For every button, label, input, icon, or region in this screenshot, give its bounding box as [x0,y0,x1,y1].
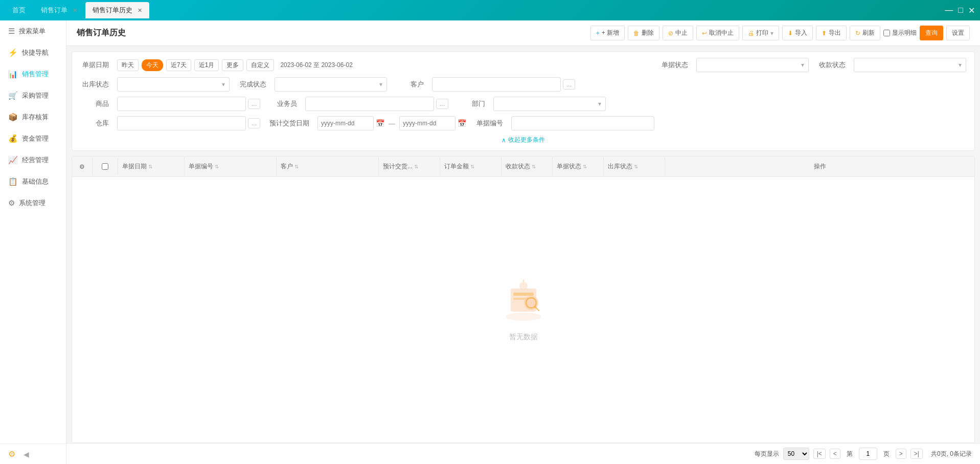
warehouse-ellipsis-btn[interactable]: ... [248,118,260,128]
date-btn-1month[interactable]: 近1月 [194,59,219,71]
empty-text: 暂无数据 [509,333,538,342]
complete-status-select[interactable]: ▾ [275,77,387,92]
th-action: 操作 [665,157,974,176]
next-page-btn[interactable]: > [896,449,906,459]
sort-customer-icon: ⇅ [294,164,299,169]
sidebar-item-basic-info[interactable]: 📋 基础信息 [0,171,66,192]
tab-sales-order-history[interactable]: 销售订单历史 ✕ [85,2,149,18]
order-status-arrow: ▾ [801,61,804,69]
sidebar-item-finance[interactable]: 💰 资金管理 [0,128,66,149]
order-no-input[interactable] [511,116,654,130]
salesperson-input[interactable] [305,97,434,111]
sidebar-item-quick-nav[interactable]: ⚡ 快捷导航 [0,42,66,63]
delivery-to-input[interactable] [399,116,455,130]
date-btn-custom[interactable]: 自定义 [246,59,274,71]
sidebar-item-inventory[interactable]: 📦 库存核算 [0,106,66,128]
print-button[interactable]: 🖨 打印 ▾ [742,26,779,40]
date-btn-7days[interactable]: 近7天 [166,59,191,71]
complete-status-arrow: ▾ [379,81,382,88]
delivery-to-calendar-icon[interactable]: 📅 [458,119,466,127]
th-delivery[interactable]: 预计交货... ⇅ [379,157,440,176]
customer-ellipsis-btn[interactable]: ... [563,79,575,90]
ship-status-label: 出库状态 [80,80,109,89]
close-tab-history[interactable]: ✕ [138,7,142,14]
new-icon: + [596,30,600,37]
delivery-from-input[interactable] [317,116,374,130]
new-button[interactable]: + + 新增 [590,26,625,40]
display-details-input[interactable] [883,30,890,36]
th-ship-status[interactable]: 出库状态 ⇅ [604,157,665,176]
goods-filter-label: 商品 [80,99,109,108]
th-no[interactable]: 单据编号 ⇅ [185,157,277,176]
per-page-select[interactable]: 50 100 200 [783,448,809,460]
maximize-icon[interactable]: □ [958,6,963,15]
goods-ellipsis-btn[interactable]: ... [248,99,260,109]
purchase-icon: 🛒 [8,91,18,100]
delete-button[interactable]: 🗑 删除 [628,26,659,40]
operations-icon: 📈 [8,156,18,165]
close-tab-sales-order[interactable]: ✕ [73,7,77,14]
sort-pay-icon: ⇅ [532,164,536,169]
sidebar-item-purchase[interactable]: 🛒 采购管理 [0,85,66,106]
th-date[interactable]: 单据日期 ⇅ [118,157,185,176]
th-customer[interactable]: 客户 ⇅ [277,157,379,176]
settings-icon[interactable]: ⚙ [8,449,15,459]
first-page-btn[interactable]: |< [813,449,826,459]
collapse-filter-btn[interactable]: ∧ 收起更多条件 [80,136,966,144]
tab-sales-order[interactable]: 销售订单 ✕ [34,2,84,18]
content-area: 销售订单历史 + + 新增 🗑 删除 ⊘ 中止 ↩ 取消中止 [66,20,980,464]
print-arrow-icon: ▾ [770,30,773,37]
stop-icon: ⊘ [668,30,673,37]
goods-input[interactable] [117,97,246,111]
collapse-sidebar-icon[interactable]: ◀ [24,450,29,458]
salesperson-ellipsis-btn[interactable]: ... [436,99,448,109]
th-order-status[interactable]: 单据状态 ⇅ [553,157,604,176]
date-btn-today[interactable]: 今天 [142,59,163,71]
th-amount[interactable]: 订单金额 ⇅ [440,157,502,176]
cancel-stop-button[interactable]: ↩ 取消中止 [696,26,739,40]
ship-status-select[interactable]: ▾ [117,77,230,92]
stop-button[interactable]: ⊘ 中止 [663,26,693,40]
page-input[interactable] [859,448,877,460]
import-button[interactable]: ⬇ 导入 [782,26,813,40]
sidebar-item-operations[interactable]: 📈 经营管理 [0,149,66,171]
quick-nav-icon: ⚡ [8,48,18,57]
tab-home[interactable]: 首页 [5,2,33,18]
th-pay-status[interactable]: 收款状态 ⇅ [502,157,553,176]
sidebar-item-sales[interactable]: 📊 销售管理 [0,63,66,85]
delivery-date-range: 📅 — 📅 [317,116,466,130]
warehouse-input[interactable] [117,116,246,130]
table-area: ⚙ 单据日期 ⇅ 单据编号 ⇅ 客户 ⇅ 预计交货... [72,156,975,443]
export-button[interactable]: ⬆ 导出 [816,26,847,40]
sidebar-item-search[interactable]: ☰ 搜索菜单 [0,20,66,42]
prev-page-btn[interactable]: < [830,449,840,459]
date-filter-label: 单据日期 [80,60,109,70]
table-header: ⚙ 单据日期 ⇅ 单据编号 ⇅ 客户 ⇅ 预计交货... [72,157,974,177]
delivery-from-calendar-icon[interactable]: 📅 [376,119,384,127]
sidebar: ☰ 搜索菜单 ⚡ 快捷导航 📊 销售管理 🛒 采购管理 📦 库存核算 💰 资金管… [0,20,66,464]
settings-button[interactable]: 设置 [946,26,970,40]
order-status-label: 单据状态 [659,60,688,70]
pay-status-select[interactable]: ▾ [854,58,966,72]
filter-row-status: 出库状态 ▾ 完成状态 ▾ 客户 ... [80,77,966,92]
th-checkbox[interactable] [93,158,118,175]
refresh-button[interactable]: ↻ 刷新 [850,26,880,40]
close-window-icon[interactable]: ✕ [968,6,975,15]
query-button[interactable]: 查询 [920,26,943,40]
collapse-arrow-icon: ∧ [502,137,506,144]
date-btn-yesterday[interactable]: 昨天 [117,59,139,71]
department-select[interactable]: ▾ [493,97,606,111]
order-status-select[interactable]: ▾ [696,58,809,72]
sidebar-item-system[interactable]: ⚙ 系统管理 [0,192,66,214]
customer-input[interactable] [432,77,561,92]
display-details-checkbox[interactable]: 显示明细 [883,29,917,37]
pay-status-arrow: ▾ [959,61,962,69]
th-settings[interactable]: ⚙ [72,158,93,175]
minimize-icon[interactable]: — [945,6,953,15]
svg-rect-2 [513,293,534,296]
date-btn-more[interactable]: 更多 [222,59,243,71]
select-all-checkbox[interactable] [102,163,108,170]
date-range-display: 2023-06-02 至 2023-06-02 [280,61,352,70]
last-page-btn[interactable]: >| [910,449,923,459]
sidebar-bottom: ⚙ ◀ [0,444,66,464]
